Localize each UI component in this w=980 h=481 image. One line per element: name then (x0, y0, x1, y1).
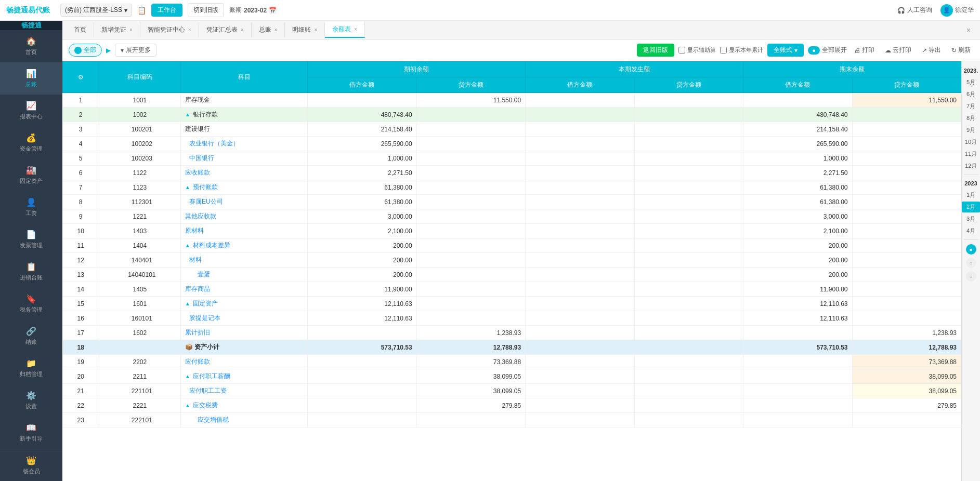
cell-code: 221101 (99, 384, 180, 398)
expand-all-toggle[interactable]: ● 全部展开 (808, 46, 847, 55)
close-detail-ledger[interactable]: × (314, 27, 317, 33)
month-4[interactable]: 4月 (962, 225, 980, 236)
all-accounts-button[interactable]: 全部 (69, 44, 102, 57)
sidebar-item-guide[interactable]: 📖 新手引导 (0, 417, 62, 449)
month-3[interactable]: 3月 (962, 213, 980, 224)
company-selector[interactable]: (劣前) 江西股圣-LSS ▾ (60, 4, 132, 17)
sidebar-item-archive[interactable]: 📁 归档管理 (0, 352, 62, 384)
cell-seq: 5 (63, 151, 99, 166)
expand-more-button[interactable]: ▾ 展开更多 (115, 44, 156, 57)
account-link[interactable]: 累计折旧 (185, 329, 210, 336)
sidebar-item-settings[interactable]: ⚙️ 设置 (0, 384, 62, 417)
refresh-button[interactable]: ↻ 刷新 (948, 44, 974, 56)
month-7[interactable]: 7月 (962, 101, 980, 112)
cell-code: 1221 (99, 209, 180, 224)
expand-icon[interactable]: ▲ (185, 243, 192, 248)
month-2[interactable]: 2月 (962, 202, 980, 212)
full-format-button[interactable]: 全账式 ▾ (767, 44, 804, 57)
sidebar-item-close[interactable]: 🔗 结账 (0, 320, 62, 352)
panel-icon-3[interactable]: ○ (966, 271, 976, 282)
expand-icon[interactable]: ▲ (185, 403, 192, 408)
close-new-voucher[interactable]: × (129, 27, 133, 33)
account-link[interactable]: 赛属EU公司 (189, 198, 223, 205)
old-version-button[interactable]: 切到旧版 (188, 3, 224, 17)
account-link[interactable]: 胶提是记本 (189, 314, 220, 322)
cell-opening-credit (416, 282, 525, 297)
expand-icon[interactable]: ▲ (185, 184, 192, 190)
sidebar-item-home[interactable]: 🏠 首页 (0, 30, 62, 62)
tab-general-ledger[interactable]: 总账 × (252, 22, 285, 37)
close-balance[interactable]: × (354, 26, 357, 32)
panel-icon-1[interactable]: ● (966, 244, 976, 255)
calendar-icon[interactable]: 📅 (269, 7, 277, 14)
account-link[interactable]: 材料成本差异 (193, 242, 230, 249)
month-10[interactable]: 10月 (962, 137, 980, 148)
account-link[interactable]: 应付职工薪酬 (193, 372, 230, 380)
account-link[interactable]: 应交税费 (193, 402, 218, 409)
tab-home[interactable]: 首页 (67, 22, 94, 37)
sidebar-item-tax[interactable]: 🔖 税务管理 (0, 288, 62, 320)
close-voucher-summary[interactable]: × (241, 27, 244, 33)
cell-current-debit (526, 282, 634, 297)
th-settings[interactable]: ⚙ (63, 62, 99, 93)
window-close-button[interactable]: × (961, 26, 976, 34)
month-9[interactable]: 9月 (962, 125, 980, 136)
cell-current-credit (634, 282, 743, 297)
show-aux-checkbox[interactable]: 显示辅助算 (678, 46, 716, 54)
copy-icon[interactable]: 📋 (137, 6, 146, 15)
sidebar-item-member[interactable]: 👑 畅会员 (0, 449, 62, 481)
expand-icon[interactable]: ▲ (185, 301, 192, 306)
account-link[interactable]: 应付职工工资 (189, 387, 227, 394)
account-link[interactable]: 其他应收款 (185, 212, 216, 220)
account-link[interactable]: 预付账款 (193, 183, 218, 191)
export-button[interactable]: ↗ 导出 (919, 44, 944, 56)
tab-balance[interactable]: 余额表 × (325, 22, 365, 38)
account-link[interactable]: 中国银行 (189, 154, 214, 162)
month-12[interactable]: 12月 (962, 161, 980, 171)
return-old-button[interactable]: 返回旧版 (637, 44, 674, 57)
month-11[interactable]: 11月 (962, 149, 980, 159)
account-link[interactable]: 材料 (189, 256, 202, 263)
month-8[interactable]: 8月 (962, 113, 980, 124)
sidebar-item-funds[interactable]: 💰 资金管理 (0, 127, 62, 159)
toggle-switch[interactable]: ● (808, 46, 820, 55)
account-link[interactable]: 壹蛋 (198, 271, 210, 278)
sidebar-item-sales[interactable]: 📋 进销台账 (0, 256, 62, 288)
user-profile[interactable]: 👤 徐淀华 (940, 4, 974, 17)
sidebar-item-assets[interactable]: 🏭 固定资产 (0, 159, 62, 191)
month-6[interactable]: 6月 (962, 89, 980, 100)
cell-seq: 14 (63, 282, 99, 297)
cell-current-credit (634, 180, 743, 195)
account-link[interactable]: 固定资产 (193, 300, 218, 307)
account-link[interactable]: 应付账款 (185, 358, 210, 365)
sidebar-item-invoice[interactable]: 📄 发票管理 (0, 223, 62, 256)
expand-icon[interactable]: ▲ (185, 112, 192, 117)
tab-voucher-summary[interactable]: 凭证汇总表 × (199, 22, 252, 37)
sidebar-item-ledger[interactable]: 📊 总账 (0, 62, 62, 95)
workbench-button[interactable]: 工作台 (151, 4, 182, 17)
tab-detail-ledger[interactable]: 明细账 × (285, 22, 325, 37)
consult-btn[interactable]: 🎧 人工咨询 (897, 6, 932, 15)
sidebar-item-payroll[interactable]: 👤 工资 (0, 191, 62, 223)
panel-icon-2[interactable]: ○ (966, 258, 976, 268)
show-ytd-checkbox[interactable]: 显示本年累计 (720, 46, 763, 54)
cell-opening-credit: 38,099.05 (416, 384, 525, 398)
cell-opening-debit: 12,110.63 (308, 297, 416, 311)
tab-smart-voucher[interactable]: 智能凭证中心 × (140, 22, 199, 37)
account-link[interactable]: 库存商品 (185, 285, 210, 292)
account-link[interactable]: 原材料 (185, 227, 204, 234)
account-link[interactable]: 农业银行（美金） (189, 140, 239, 147)
cell-code: 1122 (99, 166, 180, 180)
account-link[interactable]: 应收账款 (185, 169, 210, 176)
month-1[interactable]: 1月 (962, 190, 980, 201)
close-smart-voucher[interactable]: × (188, 27, 191, 33)
account-link[interactable]: 应交增值税 (198, 416, 229, 423)
month-5[interactable]: 5月 (962, 77, 980, 88)
expand-icon[interactable]: ▲ (185, 373, 192, 379)
print-button[interactable]: 🖨 打印 (851, 44, 878, 56)
sidebar-item-reports[interactable]: 📈 报表中心 (0, 95, 62, 127)
close-general-ledger[interactable]: × (275, 27, 278, 33)
tab-new-voucher[interactable]: 新增凭证 × (94, 22, 140, 37)
cloud-print-button[interactable]: ☁ 云打印 (882, 44, 914, 56)
cell-opening-credit (416, 166, 525, 180)
